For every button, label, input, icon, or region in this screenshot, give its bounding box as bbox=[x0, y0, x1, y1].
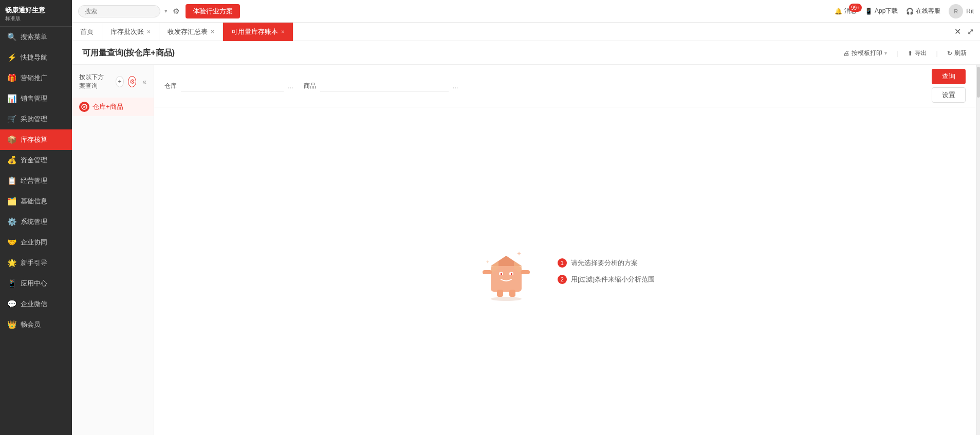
message-button[interactable]: 🔔 消息 99+ bbox=[835, 7, 857, 15]
sidebar-item-finance[interactable]: 💰 资金管理 bbox=[0, 150, 72, 171]
app-download-button[interactable]: 📱 App下载 bbox=[865, 7, 898, 15]
collapse-button[interactable]: « bbox=[142, 78, 146, 86]
print-label: 按模板打印 bbox=[852, 49, 882, 58]
warehouse-field: 仓库 ... bbox=[164, 81, 293, 91]
vip-icon: 👑 bbox=[7, 320, 16, 329]
topbar: ▾ ⚙ 体验行业方案 🔔 消息 99+ 📱 App下载 🎧 在线客服 R R bbox=[72, 0, 980, 23]
add-scheme-button[interactable]: + bbox=[116, 76, 124, 87]
right-scrollbar[interactable] bbox=[976, 65, 980, 435]
sales-icon: 📊 bbox=[7, 94, 16, 103]
content-area: 仓库 ... 商品 ... 查询 设置 bbox=[154, 65, 976, 435]
refresh-icon: ↻ bbox=[947, 50, 952, 57]
tab-collect-summary-close[interactable]: × bbox=[211, 28, 214, 35]
sidebar-item-search[interactable]: 🔍 搜索菜单 bbox=[0, 27, 72, 47]
sidebar-item-label-corp: 企业协同 bbox=[21, 238, 47, 247]
sidebar-item-vip[interactable]: 👑 畅会员 bbox=[0, 314, 72, 335]
print-icon: 🖨 bbox=[843, 50, 849, 57]
expand-tabs-button[interactable]: ⤢ bbox=[965, 26, 976, 37]
svg-text:✦: ✦ bbox=[486, 259, 490, 264]
page-title: 可用量查询(按仓库+商品) bbox=[82, 48, 175, 59]
sidebar-item-marketing[interactable]: 🎁 营销推广 bbox=[0, 68, 72, 88]
sidebar-item-label-quick-nav: 快捷导航 bbox=[21, 53, 47, 62]
sidebar-item-corp[interactable]: 🤝 企业协同 bbox=[0, 232, 72, 253]
app-label: App下载 bbox=[875, 7, 898, 15]
svg-rect-11 bbox=[497, 290, 503, 297]
tab-available-stock-label: 可用量库存账本 bbox=[231, 27, 278, 36]
page-header: 可用量查询(按仓库+商品) 🖨 按模板打印 ▾ | ⬆ 导出 | ↻ 刷新 bbox=[72, 41, 980, 65]
empty-inner: ✦ ✦ 1 请先选择要分析的方案 2 用[过滤]条件来缩小分析范围 bbox=[475, 240, 655, 302]
sidebar-item-system[interactable]: ⚙️ 系统管理 bbox=[0, 212, 72, 232]
svg-rect-7 bbox=[501, 273, 502, 275]
sidebar-item-purchase[interactable]: 🛒 采购管理 bbox=[0, 109, 72, 129]
sidebar-item-app-center[interactable]: 📱 应用中心 bbox=[0, 273, 72, 294]
sidebar-item-inventory[interactable]: 📦 库存核算 bbox=[0, 129, 72, 150]
empty-tips: 1 请先选择要分析的方案 2 用[过滤]条件来缩小分析范围 bbox=[558, 258, 655, 284]
tabs-bar: 首页 库存批次账 × 收发存汇总表 × 可用量库存账本 × ✕ ⤢ bbox=[72, 23, 980, 41]
empty-tip-2: 2 用[过滤]条件来缩小分析范围 bbox=[558, 275, 655, 284]
empty-state: ✦ ✦ 1 请先选择要分析的方案 2 用[过滤]条件来缩小分析范围 bbox=[154, 107, 976, 435]
tab-collect-summary[interactable]: 收发存汇总表 × bbox=[159, 23, 223, 41]
sidebar-item-sales[interactable]: 📊 销售管理 bbox=[0, 88, 72, 109]
sidebar-item-operation[interactable]: 📋 经营管理 bbox=[0, 171, 72, 191]
export-icon: ⬆ bbox=[908, 50, 913, 57]
gear-icon[interactable]: ⚙ bbox=[173, 7, 179, 16]
tab-available-stock-close[interactable]: × bbox=[281, 28, 285, 35]
goods-field: 商品 ... bbox=[304, 81, 458, 91]
print-button[interactable]: 🖨 按模板打印 ▾ bbox=[840, 47, 890, 59]
tip-1-text: 请先选择要分析的方案 bbox=[571, 258, 638, 268]
refresh-button[interactable]: ↻ 刷新 bbox=[944, 47, 970, 59]
sidebar-item-quick-nav[interactable]: ⚡ 快捷导航 bbox=[0, 47, 72, 68]
print-chevron-icon: ▾ bbox=[884, 50, 887, 56]
sidebar-item-label-marketing: 营销推广 bbox=[21, 73, 47, 83]
scheme-item-warehouse-goods[interactable]: 仓库+商品 bbox=[72, 98, 154, 116]
brand-name: 畅康通好生意 bbox=[5, 6, 67, 15]
sidebar-item-label-operation: 经营管理 bbox=[21, 176, 47, 185]
online-service-button[interactable]: 🎧 在线客服 bbox=[906, 7, 940, 15]
goods-input[interactable] bbox=[320, 81, 449, 91]
tab-stock-batch[interactable]: 库存批次账 × bbox=[102, 23, 159, 41]
svg-rect-12 bbox=[509, 290, 515, 297]
finance-icon: 💰 bbox=[7, 156, 16, 165]
user-area[interactable]: R Rit bbox=[949, 4, 974, 18]
edit-scheme-button[interactable]: ⚙ bbox=[128, 76, 136, 87]
home-label: 首页 bbox=[80, 27, 94, 36]
tip-num-2: 2 bbox=[558, 275, 567, 284]
query-label: 按以下方案查询 bbox=[79, 73, 109, 90]
chevron-down-icon[interactable]: ▾ bbox=[164, 8, 168, 14]
sidebar-item-label-base-info: 基础信息 bbox=[21, 197, 47, 206]
service-label: 在线客服 bbox=[916, 7, 940, 15]
main-area: ▾ ⚙ 体验行业方案 🔔 消息 99+ 📱 App下载 🎧 在线客服 R R bbox=[72, 0, 980, 435]
message-badge: 99+ bbox=[849, 4, 862, 12]
sidebar-item-label-wechat: 企业微信 bbox=[21, 299, 47, 309]
query-button[interactable]: 查询 bbox=[932, 69, 966, 84]
sidebar-item-wechat[interactable]: 💬 企业微信 bbox=[0, 294, 72, 314]
tab-home[interactable]: 首页 bbox=[72, 23, 102, 41]
scheme-item-label: 仓库+商品 bbox=[93, 102, 123, 111]
scheme-panel: 按以下方案查询 + ⚙ « 仓库+商品 bbox=[72, 65, 154, 435]
guide-icon: 🌟 bbox=[7, 258, 16, 268]
sidebar-item-guide[interactable]: 🌟 新手引导 bbox=[0, 253, 72, 273]
tab-stock-batch-label: 库存批次账 bbox=[110, 27, 144, 36]
goods-label: 商品 bbox=[304, 82, 316, 90]
phone-icon: 📱 bbox=[865, 8, 873, 15]
tip-num-1: 1 bbox=[558, 258, 567, 268]
warehouse-input[interactable] bbox=[181, 81, 284, 91]
export-button[interactable]: ⬆ 导出 bbox=[904, 47, 930, 59]
refresh-label: 刷新 bbox=[954, 49, 967, 58]
trial-button[interactable]: 体验行业方案 bbox=[186, 4, 240, 18]
goods-more-btn[interactable]: ... bbox=[453, 82, 458, 90]
warehouse-more-btn[interactable]: ... bbox=[288, 82, 293, 90]
sidebar-item-label-app-center: 应用中心 bbox=[21, 279, 47, 288]
tab-stock-batch-close[interactable]: × bbox=[147, 28, 151, 35]
system-icon: ⚙️ bbox=[7, 217, 16, 226]
sidebar-item-label-guide: 新手引导 bbox=[21, 258, 47, 268]
settings-button[interactable]: 设置 bbox=[932, 87, 966, 103]
sidebar-item-label-search: 搜索菜单 bbox=[21, 32, 47, 42]
close-all-tabs-button[interactable]: ✕ bbox=[952, 26, 963, 37]
scroll-thumb bbox=[977, 67, 980, 98]
sidebar-logo: 畅康通好生意 标准版 bbox=[0, 0, 72, 27]
sidebar-item-base-info[interactable]: 🗂️ 基础信息 bbox=[0, 191, 72, 212]
tab-available-stock[interactable]: 可用量库存账本 × bbox=[223, 23, 293, 41]
page-header-actions: 🖨 按模板打印 ▾ | ⬆ 导出 | ↻ 刷新 bbox=[840, 47, 970, 59]
search-input[interactable] bbox=[78, 5, 160, 17]
